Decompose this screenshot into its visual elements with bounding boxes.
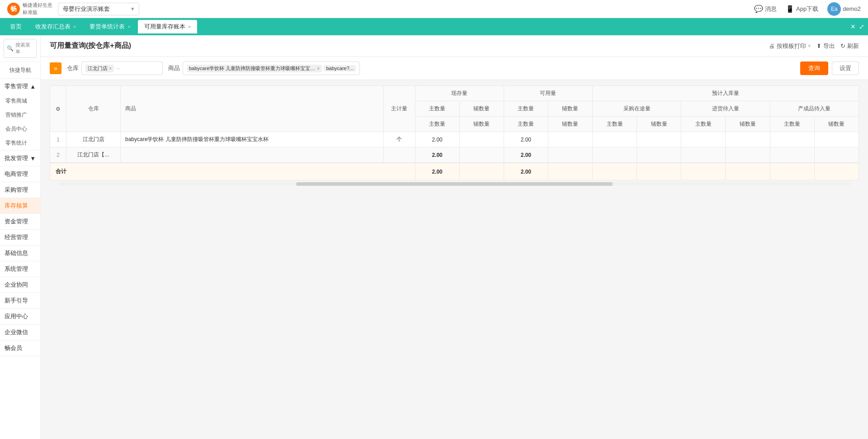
sidebar-section-newguide-header[interactable]: 新手引导	[0, 293, 40, 308]
close-all-icon[interactable]: ×	[850, 22, 855, 32]
sidebar-section-retail-header[interactable]: 零售管理 ▲	[0, 79, 40, 94]
query-button[interactable]: 查询	[800, 61, 828, 75]
sidebar-section-purchase-header[interactable]: 采购管理	[0, 182, 40, 198]
sidebar-section-enterprise-header[interactable]: 企业协同	[0, 277, 40, 293]
search-menu-button[interactable]: 🔍 搜索菜单	[4, 39, 37, 58]
sidebar-section-vip: 畅会员	[0, 340, 40, 356]
expand-icon[interactable]: ⤢	[859, 23, 864, 30]
sidebar-item-retail-stats[interactable]: 零售统计	[0, 136, 40, 150]
sidebar-section-newguide: 新手引导	[0, 293, 40, 309]
sidebar: 🔍 搜索菜单 快捷导航 零售管理 ▲ 零售商城 营销推广 会员中心 零售统计 批…	[0, 35, 41, 439]
sidebar-section-finance-header[interactable]: 资金管理	[0, 214, 40, 229]
warehouse-tag-close-0[interactable]: ×	[109, 66, 112, 71]
sidebar-section-inventory-header[interactable]: 库存核算	[0, 198, 40, 213]
print-dropdown-icon: ▾	[808, 42, 811, 49]
row-product-2	[121, 147, 384, 163]
footer-label: 合计	[50, 163, 415, 180]
sidebar-search-area: 🔍 搜索菜单	[0, 35, 40, 62]
row-prd-main-1	[770, 132, 814, 147]
warehouse-tag-container[interactable]: 江北门店 × ···	[81, 61, 163, 75]
footer-pt-aux	[637, 163, 681, 180]
chevron-down-icon-wholesale: ▼	[30, 155, 36, 162]
avatar: Ea	[827, 2, 841, 16]
row-num-2: 2	[50, 147, 66, 163]
tab-available-stock-label: 可用量库存账本	[144, 23, 185, 31]
row-num-1: 1	[50, 132, 66, 147]
sidebar-item-marketing[interactable]: 营销推广	[0, 108, 40, 122]
tab-collect-pay-close[interactable]: ×	[73, 24, 76, 29]
sidebar-section-wholesale-header[interactable]: 批发管理 ▼	[0, 151, 40, 166]
sidebar-section-basic: 基础信息	[0, 245, 40, 261]
refresh-button[interactable]: ↻ 刷新	[840, 42, 859, 50]
sidebar-section-wechat-header[interactable]: 企业微信	[0, 325, 40, 340]
search-icon: 🔍	[7, 45, 14, 52]
footer-avail-aux	[548, 163, 592, 180]
main-layout: 🔍 搜索菜单 快捷导航 零售管理 ▲ 零售商城 营销推广 会员中心 零售统计 批…	[0, 35, 868, 439]
th-current-main: 主数量	[415, 101, 459, 117]
product-tag-container[interactable]: babycare学饮杯 儿童防摔防撞吸管杯重力球吸嘴杯宝宝水杯 × babyca…	[183, 61, 360, 75]
page-actions: 🖨 按模板打印 ▾ ⬆ 导出 ↻ 刷新	[769, 42, 859, 50]
footer-prd-aux	[814, 163, 859, 180]
sidebar-section-system-header[interactable]: 系统管理	[0, 261, 40, 277]
sidebar-section-inventory: 库存核算	[0, 198, 40, 214]
filter-warehouse-field: 仓库 江北门店 × ···	[67, 61, 163, 75]
print-button[interactable]: 🖨 按模板打印 ▾	[769, 42, 811, 50]
row-cur-main-2: 2.00	[415, 147, 459, 163]
th-pt-aux: 辅数量	[637, 117, 681, 132]
sidebar-item-retail-mall[interactable]: 零售商城	[0, 94, 40, 108]
content-area: 可用量查询(按仓库+商品) 🖨 按模板打印 ▾ ⬆ 导出 ↻ 刷新 »	[41, 35, 868, 439]
sidebar-section-ecommerce: 电商管理	[0, 166, 40, 182]
row-avail-main-2: 2.00	[504, 147, 548, 163]
sidebar-item-quick-nav[interactable]: 快捷导航	[0, 62, 40, 79]
row-prd-aux-2	[814, 147, 859, 163]
horizontal-scrollbar[interactable]	[59, 182, 850, 186]
scrollbar-thumb[interactable]	[296, 182, 613, 186]
tab-order-stats[interactable]: 要货单统计表 ×	[83, 20, 137, 33]
th-cs-aux-q: 辅数量	[459, 117, 504, 132]
tab-collect-pay[interactable]: 收发存汇总表 ×	[29, 20, 82, 33]
product-tag-close-0[interactable]: ×	[317, 66, 320, 71]
tab-order-stats-close[interactable]: ×	[127, 24, 130, 29]
industry-selector[interactable]: 母婴行业演示账套 ▾	[58, 3, 139, 15]
user-menu[interactable]: Ea demo2	[827, 2, 861, 16]
sidebar-section-basic-header[interactable]: 基础信息	[0, 245, 40, 261]
warehouse-more[interactable]: ···	[116, 66, 120, 71]
th-prd-aux: 辅数量	[814, 117, 859, 132]
refresh-icon: ↻	[840, 42, 845, 49]
th-av-aux-q: 辅数量	[548, 117, 592, 132]
filter-expand-button[interactable]: »	[50, 62, 61, 74]
th-available: 可用量	[504, 86, 592, 101]
filter-button-group: 查询 设置	[800, 61, 859, 75]
sidebar-section-ecommerce-header[interactable]: 电商管理	[0, 166, 40, 182]
sidebar-section-ops-header[interactable]: 经营管理	[0, 230, 40, 245]
th-current-aux: 辅数量	[459, 101, 504, 117]
sidebar-section-vip-header[interactable]: 畅会员	[0, 340, 40, 356]
chevron-up-icon: ▲	[30, 83, 36, 90]
row-prd-aux-1	[814, 132, 859, 147]
product-tag-1: babycare?...	[324, 65, 356, 71]
tab-navigation: 首页 收发存汇总表 × 要货单统计表 × 可用量库存账本 × × ⤢	[0, 18, 868, 35]
tab-home[interactable]: 首页	[4, 20, 28, 33]
tab-available-stock-close[interactable]: ×	[188, 24, 191, 29]
settings-button[interactable]: 设置	[832, 61, 859, 75]
footer-prd-main	[770, 163, 814, 180]
data-table: ⚙ 仓库 商品 主计量 现存量 可用量 预计入库量 主数量 辅数量 主数量 辅数…	[50, 85, 859, 180]
export-button[interactable]: ⬆ 导出	[816, 42, 835, 50]
table-area: ⚙ 仓库 商品 主计量 现存量 可用量 预计入库量 主数量 辅数量 主数量 辅数…	[41, 80, 868, 439]
message-button[interactable]: 💬 消息	[754, 5, 777, 13]
row-avail-main-1: 2.00	[504, 132, 548, 147]
filter-product-field: 商品 babycare学饮杯 儿童防摔防撞吸管杯重力球吸嘴杯宝宝水杯 × bab…	[168, 61, 360, 75]
row-warehouse-1: 江北门店	[66, 132, 121, 147]
settings-gear-icon[interactable]: ⚙	[56, 106, 61, 112]
sidebar-section-appstore-header[interactable]: 应用中心	[0, 309, 40, 324]
th-settings[interactable]: ⚙	[50, 86, 66, 132]
sidebar-item-member[interactable]: 会员中心	[0, 122, 40, 136]
sidebar-section-system: 系统管理	[0, 261, 40, 277]
th-pt-main: 主数量	[593, 117, 637, 132]
tab-available-stock[interactable]: 可用量库存账本 ×	[138, 20, 197, 33]
th-warehouse: 仓库	[66, 86, 121, 132]
row-pt-aux-1	[637, 132, 681, 147]
export-icon: ⬆	[816, 42, 821, 49]
app-download-button[interactable]: 📱 App下载	[786, 5, 818, 13]
sidebar-section-purchase: 采购管理	[0, 182, 40, 198]
